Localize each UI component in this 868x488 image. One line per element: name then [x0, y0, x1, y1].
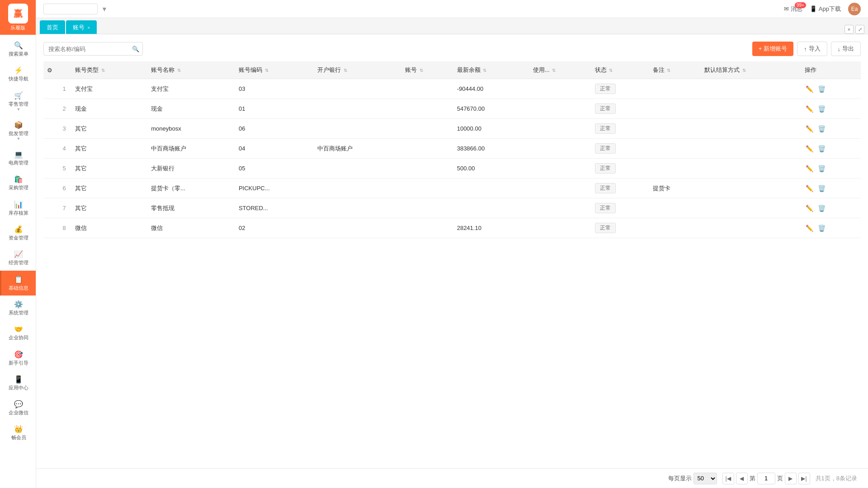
row-type: 其它	[71, 119, 147, 139]
row-bank	[314, 119, 401, 139]
edit-button[interactable]: ✏️	[805, 184, 814, 193]
row-action: ✏️ 🗑️	[801, 178, 861, 198]
page-first-button[interactable]: |◀	[722, 473, 734, 484]
col-account[interactable]: 账号 ⇅	[401, 61, 453, 79]
table-row: 7 其它 零售抵现 STORED... 正常 ✏️ 🗑️	[43, 198, 861, 218]
row-default-payment	[701, 99, 801, 119]
delete-button[interactable]: 🗑️	[817, 124, 826, 133]
page-label: 第	[750, 474, 755, 483]
row-action: ✏️ 🗑️	[801, 218, 861, 238]
col-status[interactable]: 状态 ⇅	[591, 61, 649, 79]
row-status: 正常	[591, 178, 649, 198]
sidebar-item-ecommerce-mgmt[interactable]: 💻 电商管理	[0, 145, 36, 170]
window-expand-button[interactable]: ⤢	[855, 25, 864, 34]
expand-icon[interactable]: ▼	[101, 5, 108, 13]
messages-button[interactable]: ✉ 消息 99+	[784, 5, 802, 13]
window-close-button[interactable]: ×	[844, 25, 854, 34]
col-usage[interactable]: 使用... ⇅	[529, 61, 591, 79]
edit-button[interactable]: ✏️	[805, 224, 814, 233]
wholesale-icon: 📦	[14, 121, 23, 129]
edit-button[interactable]: ✏️	[805, 204, 814, 213]
row-account	[401, 119, 453, 139]
row-name: 大新银行	[147, 159, 235, 178]
sidebar-item-purchase-mgmt[interactable]: 🛍️ 采购管理	[0, 170, 36, 195]
sidebar-item-enterprise-agreement[interactable]: 🤝 企业协同	[0, 320, 36, 345]
import-button[interactable]: ↑ 导入	[797, 42, 827, 56]
phone-icon: 📱	[810, 5, 817, 12]
edit-button[interactable]: ✏️	[805, 144, 814, 153]
col-type[interactable]: 账号类型 ⇅	[71, 61, 147, 79]
status-badge: 正常	[595, 103, 616, 114]
content-area: 🔍 + 新增账号 ↑ 导入 ↓ 导出 ⚙ 账号类型 ⇅	[36, 34, 868, 488]
col-code[interactable]: 账号编码 ⇅	[235, 61, 314, 79]
sidebar-item-label: 新手引导	[9, 360, 28, 366]
row-balance: 10000.00	[453, 119, 529, 139]
row-code: 05	[235, 159, 314, 178]
sidebar-item-label: 批发管理	[9, 130, 28, 136]
edit-button[interactable]: ✏️	[805, 84, 814, 94]
sidebar-item-inventory-calc[interactable]: 📊 库存核算	[0, 196, 36, 221]
page-input[interactable]	[757, 473, 775, 484]
row-bank: 中百商场账户	[314, 139, 401, 159]
accounts-table: ⚙ 账号类型 ⇅ 账号名称 ⇅ 账号编码 ⇅ 开户银行 ⇅ 账号 ⇅ 最新余额 …	[43, 61, 861, 238]
app-download-label: App下载	[819, 5, 841, 13]
row-code: 04	[235, 139, 314, 159]
sidebar-item-new-guide[interactable]: 🎯 新手引导	[0, 346, 36, 371]
header-right: ✉ 消息 99+ 📱 App下载 Ea	[784, 3, 861, 15]
row-num: 7	[57, 198, 71, 218]
settings-icon[interactable]: ⚙	[47, 67, 52, 74]
col-default-payment[interactable]: 默认结算方式 ⇅	[701, 61, 801, 79]
page-last-button[interactable]: ▶|	[798, 473, 810, 484]
sidebar-item-search-menu[interactable]: 🔍 搜索菜单	[0, 37, 36, 61]
action-buttons: ✏️ 🗑️	[805, 164, 857, 173]
tab-accounts[interactable]: 账号 ×	[66, 20, 97, 34]
app-download-button[interactable]: 📱 App下载	[810, 5, 841, 13]
sidebar-item-retail-mgmt[interactable]: 🛒 零售管理 ▼	[0, 87, 36, 116]
edit-button[interactable]: ✏️	[805, 104, 814, 113]
user-avatar[interactable]: Ea	[848, 3, 861, 15]
row-account	[401, 159, 453, 178]
add-account-button[interactable]: + 新增账号	[752, 42, 793, 56]
row-bank	[314, 198, 401, 218]
sidebar-item-wholesale-mgmt[interactable]: 📦 批发管理 ▼	[0, 116, 36, 145]
edit-button[interactable]: ✏️	[805, 164, 814, 173]
sidebar-item-member[interactable]: 👑 畅会员	[0, 420, 36, 445]
delete-button[interactable]: 🗑️	[817, 164, 826, 173]
sidebar-item-operations-mgmt[interactable]: 📈 经营管理	[0, 245, 36, 270]
delete-button[interactable]: 🗑️	[817, 184, 826, 193]
search-input[interactable]	[43, 42, 143, 56]
row-default-payment	[701, 159, 801, 178]
row-type: 微信	[71, 218, 147, 238]
delete-button[interactable]: 🗑️	[817, 204, 826, 213]
page-next-button[interactable]: ▶	[785, 473, 797, 484]
col-name[interactable]: 账号名称 ⇅	[147, 61, 235, 79]
export-button[interactable]: ↓ 导出	[831, 42, 861, 56]
page-prev-button[interactable]: ◀	[736, 473, 748, 484]
header-search-input[interactable]	[43, 4, 98, 14]
message-badge: 99+	[795, 2, 806, 8]
row-num: 8	[57, 218, 71, 238]
col-balance[interactable]: 最新余额 ⇅	[453, 61, 529, 79]
col-remark[interactable]: 备注 ⇅	[649, 61, 701, 79]
sidebar-item-capital-mgmt[interactable]: 💰 资金管理	[0, 221, 36, 245]
page-size-select[interactable]: 50 100	[693, 473, 717, 484]
sidebar-item-basic-info[interactable]: 📋 基础信息	[0, 271, 36, 296]
edit-button[interactable]: ✏️	[805, 124, 814, 133]
delete-button[interactable]: 🗑️	[817, 84, 826, 94]
sidebar-item-app-center[interactable]: 📱 应用中心	[0, 371, 36, 395]
sidebar-item-enterprise-wechat[interactable]: 💬 企业微信	[0, 395, 36, 420]
table-row: 5 其它 大新银行 05 500.00 正常 ✏️ 🗑️	[43, 159, 861, 178]
tab-close-icon[interactable]: ×	[87, 25, 90, 30]
sidebar-item-shortcuts[interactable]: ⚡ 快捷导航	[0, 61, 36, 86]
status-badge: 正常	[595, 163, 616, 174]
search-icon[interactable]: 🔍	[132, 46, 139, 52]
tab-home[interactable]: 首页	[40, 20, 65, 34]
sidebar-item-system-mgmt[interactable]: ⚙️ 系统管理	[0, 296, 36, 320]
delete-button[interactable]: 🗑️	[817, 224, 826, 233]
per-page-label: 每页显示	[668, 474, 692, 483]
sidebar-item-label: 搜索菜单	[9, 51, 28, 57]
delete-button[interactable]: 🗑️	[817, 144, 826, 153]
action-buttons: ✏️ 🗑️	[805, 184, 857, 193]
col-bank[interactable]: 开户银行 ⇅	[314, 61, 401, 79]
delete-button[interactable]: 🗑️	[817, 104, 826, 113]
